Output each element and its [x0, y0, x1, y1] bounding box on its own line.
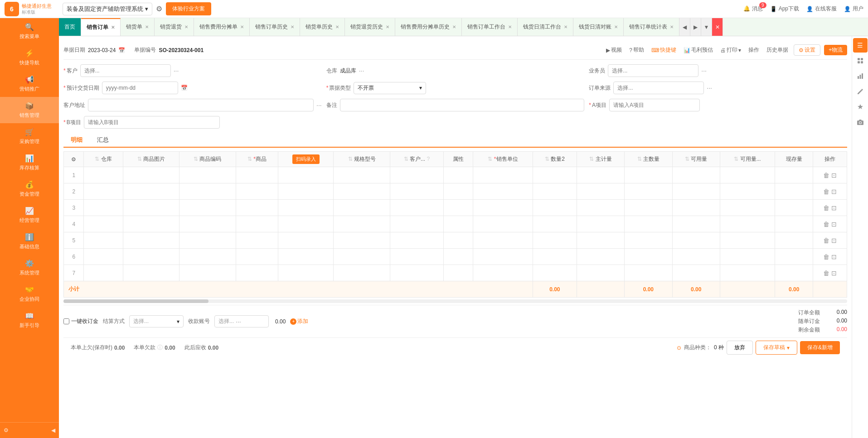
row-available2[interactable]: [720, 232, 775, 249]
tab-order-stats[interactable]: 销售订单统计表 ✕: [624, 18, 679, 36]
delete-icon[interactable]: 🗑: [823, 253, 829, 260]
copy-icon[interactable]: ⊡: [831, 270, 837, 277]
row-product[interactable]: [236, 183, 278, 200]
copy-icon[interactable]: ⊡: [831, 237, 837, 244]
row-main-unit[interactable]: [577, 216, 624, 232]
row-available[interactable]: [672, 183, 720, 200]
profit-forecast-btn[interactable]: 📊 毛利预估: [682, 45, 715, 55]
tab-home[interactable]: 首页: [59, 18, 81, 36]
row-attribute[interactable]: [444, 167, 473, 183]
row-code[interactable]: [179, 200, 236, 216]
tab-return-history[interactable]: 销货退货历史 ✕: [345, 18, 395, 36]
row-product[interactable]: [236, 216, 278, 232]
row-spec[interactable]: [334, 183, 390, 200]
row-warehouse[interactable]: [84, 232, 123, 249]
row-main-qty[interactable]: [625, 167, 672, 183]
row-warehouse[interactable]: [84, 183, 123, 200]
tab-close-icon[interactable]: ✕: [145, 24, 149, 29]
row-main-unit[interactable]: [577, 265, 624, 281]
row-available2[interactable]: [720, 183, 775, 200]
tab-close-icon[interactable]: ✕: [240, 24, 244, 29]
row-spec[interactable]: [334, 265, 390, 281]
system-title[interactable]: 装备及固定资产辅助管理系统 ▾: [63, 3, 152, 15]
delete-icon[interactable]: 🗑: [823, 172, 829, 179]
row-unit[interactable]: [473, 167, 533, 183]
sidebar-item-sales[interactable]: 📦 销售管理: [0, 97, 59, 123]
row-spec[interactable]: [334, 167, 390, 183]
tab-scroll-right[interactable]: ▶: [690, 18, 701, 36]
row-stock[interactable]: [775, 183, 813, 200]
right-icon-chart[interactable]: [853, 69, 868, 83]
row-available[interactable]: [672, 249, 720, 265]
info-circle-icon[interactable]: ⓘ: [157, 344, 163, 351]
right-icon-list[interactable]: ☰: [853, 38, 868, 53]
app-download-link[interactable]: 📱 App下载: [770, 5, 799, 13]
sidebar-item-inventory[interactable]: 📊 库存核算: [0, 149, 59, 176]
row-warehouse[interactable]: [84, 216, 123, 232]
row-unit[interactable]: [473, 200, 533, 216]
sidebar-item-guide[interactable]: 📖 新手引导: [0, 307, 59, 333]
row-product[interactable]: [236, 167, 278, 183]
row-product[interactable]: [236, 232, 278, 249]
row-customer-code[interactable]: [390, 249, 443, 265]
sidebar-item-purchase[interactable]: 🛒 采购管理: [0, 123, 59, 149]
notification-bell[interactable]: 🔔 9 消息: [743, 5, 762, 13]
tab-close-icon[interactable]: ✕: [564, 24, 567, 29]
row-main-qty[interactable]: [625, 183, 672, 200]
delivery-calendar-icon[interactable]: 📅: [181, 85, 188, 91]
row-qty2[interactable]: [533, 232, 577, 249]
row-main-unit[interactable]: [577, 200, 624, 216]
row-spec[interactable]: [334, 249, 390, 265]
row-available[interactable]: [672, 167, 720, 183]
right-icon-fingerprint[interactable]: [853, 53, 868, 68]
right-icon-edit[interactable]: [853, 84, 868, 99]
row-available2[interactable]: [720, 249, 775, 265]
sidebar-settings-icon[interactable]: ⚙: [4, 427, 9, 433]
delete-icon[interactable]: 🗑: [823, 270, 829, 277]
save-draft-button[interactable]: 保存草稿 ▾: [756, 341, 797, 355]
tab-summary[interactable]: 汇总: [90, 133, 116, 147]
tab-invoice-history[interactable]: 销货单历史 ✕: [300, 18, 345, 36]
row-stock[interactable]: [775, 200, 813, 216]
row-main-qty[interactable]: [625, 216, 672, 232]
row-available2[interactable]: [720, 200, 775, 216]
tab-scroll-left[interactable]: ◀: [679, 18, 690, 36]
tab-close-icon[interactable]: ✕: [111, 25, 115, 30]
row-customer-code[interactable]: [390, 167, 443, 183]
row-stock[interactable]: [775, 232, 813, 249]
delete-icon[interactable]: 🗑: [823, 204, 829, 212]
one-click-checkout-checkbox[interactable]: [63, 318, 69, 324]
operations-btn[interactable]: 操作: [747, 45, 761, 55]
row-attribute[interactable]: [444, 216, 473, 232]
row-code[interactable]: [179, 167, 236, 183]
tab-sales-invoice[interactable]: 销货单 ✕: [121, 18, 155, 36]
tab-close-icon[interactable]: ✕: [386, 24, 389, 29]
discard-button[interactable]: 放弃: [727, 341, 753, 355]
row-image[interactable]: [123, 265, 179, 281]
tab-close-icon[interactable]: ✕: [184, 24, 188, 29]
row-product[interactable]: [236, 265, 278, 281]
copy-icon[interactable]: ⊡: [831, 188, 837, 195]
row-image[interactable]: [123, 216, 179, 232]
row-attribute[interactable]: [444, 265, 473, 281]
add-material-btn[interactable]: +物流: [824, 45, 847, 55]
save-new-button[interactable]: 保存&新增: [800, 341, 840, 354]
payment-method-select[interactable]: 选择... ▾: [129, 315, 184, 327]
order-source-more-icon[interactable]: ···: [707, 84, 712, 91]
row-code[interactable]: [179, 265, 236, 281]
row-qty2[interactable]: [533, 265, 577, 281]
sidebar-item-basic[interactable]: ℹ️ 基础信息: [0, 228, 59, 255]
help-btn[interactable]: ? 帮助: [627, 45, 646, 55]
row-code[interactable]: [179, 216, 236, 232]
row-code[interactable]: [179, 232, 236, 249]
table-scrollbar[interactable]: [63, 299, 847, 303]
sidebar-item-quicknav[interactable]: ⚡ 快捷导航: [0, 44, 59, 71]
row-qty2[interactable]: [533, 249, 577, 265]
copy-icon[interactable]: ⊡: [831, 253, 837, 260]
row-qty2[interactable]: [533, 200, 577, 216]
tab-daily-workbench[interactable]: 钱货日清工作台 ✕: [518, 18, 573, 36]
row-stock[interactable]: [775, 265, 813, 281]
tab-order-workbench[interactable]: 销售订单工作台 ✕: [462, 18, 518, 36]
row-available2[interactable]: [720, 265, 775, 281]
row-available2[interactable]: [720, 167, 775, 183]
